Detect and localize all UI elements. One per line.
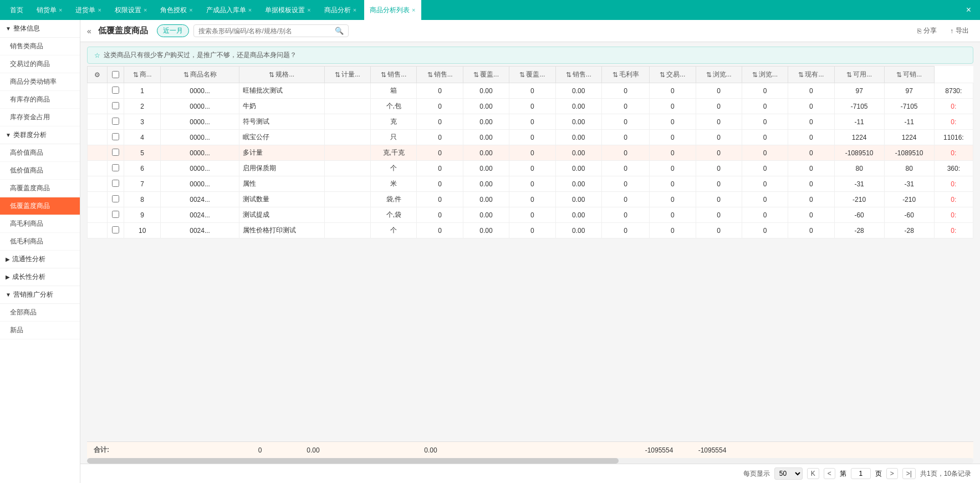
col-gear[interactable]: ⚙ xyxy=(88,67,108,83)
browse1-link-3[interactable]: 0 xyxy=(763,134,767,141)
sort-icon[interactable]: ⇅ xyxy=(183,71,189,79)
sort-icon[interactable]: ⇅ xyxy=(566,71,571,79)
nav-close-permission[interactable]: × xyxy=(144,7,147,13)
sidebar-item-low-coverage[interactable]: 低覆盖度商品 xyxy=(0,197,80,215)
page-size-select[interactable]: 50 20 100 xyxy=(774,467,803,480)
nav-close-finished-goods[interactable]: × xyxy=(248,7,252,13)
sidebar-item-new-goods[interactable]: 新品 xyxy=(0,322,80,339)
sidebar-item-low-margin[interactable]: 低毛利商品 xyxy=(0,233,80,251)
sort-icon[interactable]: ⇅ xyxy=(269,71,274,79)
sidebar-section-group-analysis[interactable]: ▼ 类群度分析 xyxy=(0,126,80,144)
sort-icon[interactable]: ⇅ xyxy=(846,71,852,79)
search-input[interactable] xyxy=(198,27,333,35)
sidebar-item-sales-goods[interactable]: 销售类商品 xyxy=(0,38,80,55)
row-browse1-0[interactable]: 0 xyxy=(742,83,788,99)
table-container[interactable]: ⚙ ⇅商... ⇅商品名称 ⇅规格... xyxy=(87,66,973,441)
nav-close-sales-order[interactable]: × xyxy=(59,7,62,13)
nav-product-analysis[interactable]: 商品分析 × xyxy=(319,0,362,20)
browse1-link-8[interactable]: 0 xyxy=(763,211,767,219)
nav-close-template[interactable]: × xyxy=(307,7,310,13)
row-checkbox-4[interactable] xyxy=(108,145,124,161)
row-select-2[interactable] xyxy=(112,118,119,125)
row-checkbox-9[interactable] xyxy=(108,223,124,238)
row-select-7[interactable] xyxy=(112,195,119,202)
sort-icon[interactable]: ⇅ xyxy=(335,71,340,79)
nav-purchase-order[interactable]: 进货单 × xyxy=(70,0,106,20)
browse1-link-4[interactable]: 0 xyxy=(763,149,767,157)
first-page-button[interactable]: K xyxy=(807,468,819,479)
nav-close-product-analysis-list[interactable]: × xyxy=(412,7,415,13)
nav-sales-order[interactable]: 销货单 × xyxy=(31,0,68,20)
row-browse1-7[interactable]: 0 xyxy=(742,192,788,207)
nav-home[interactable]: 首页 xyxy=(4,0,29,20)
sidebar-section-marketing[interactable]: ▼ 营销推广分析 xyxy=(0,286,80,304)
row-checkbox-0[interactable] xyxy=(108,83,124,99)
sort-icon[interactable]: ⇅ xyxy=(706,71,712,79)
sidebar-item-category-rate[interactable]: 商品分类动销率 xyxy=(0,73,80,91)
row-browse1-9[interactable]: 0 xyxy=(742,223,788,238)
row-checkbox-5[interactable] xyxy=(108,161,124,176)
sort-icon[interactable]: ⇅ xyxy=(612,71,618,79)
sort-icon[interactable]: ⇅ xyxy=(381,71,386,79)
sort-icon[interactable]: ⇅ xyxy=(133,71,139,79)
row-select-4[interactable] xyxy=(112,149,119,156)
select-all-checkbox[interactable] xyxy=(112,71,119,78)
nav-close-purchase-order[interactable]: × xyxy=(98,7,101,13)
next-page-button[interactable]: > xyxy=(886,468,898,479)
sidebar-section-overall[interactable]: ▼ 整体信息 xyxy=(0,20,80,38)
browse1-link-7[interactable]: 0 xyxy=(763,196,767,204)
row-browse1-3[interactable]: 0 xyxy=(742,130,788,145)
sidebar-section-growth[interactable]: ▶ 成长性分析 xyxy=(0,268,80,286)
prev-page-button[interactable]: < xyxy=(824,468,835,479)
browse1-link-9[interactable]: 0 xyxy=(763,227,767,235)
horizontal-scrollbar[interactable] xyxy=(87,458,973,464)
sidebar-section-flow[interactable]: ▶ 流通性分析 xyxy=(0,251,80,268)
filter-period-button[interactable]: 近一月 xyxy=(157,24,189,37)
sidebar-item-low-value[interactable]: 低价值商品 xyxy=(0,162,80,180)
browse1-link-6[interactable]: 0 xyxy=(763,180,767,188)
last-page-button[interactable]: >| xyxy=(902,468,916,479)
nav-template[interactable]: 单据模板设置 × xyxy=(259,0,316,20)
sidebar-item-high-value[interactable]: 高价值商品 xyxy=(0,144,80,162)
sort-icon[interactable]: ⇅ xyxy=(798,71,804,79)
row-browse1-6[interactable]: 0 xyxy=(742,176,788,192)
nav-permission[interactable]: 权限设置 × xyxy=(109,0,152,20)
nav-role-auth[interactable]: 角色授权 × xyxy=(155,0,198,20)
nav-product-analysis-list[interactable]: 商品分析列表 × xyxy=(364,0,421,20)
sort-icon[interactable]: ⇅ xyxy=(473,71,479,79)
sidebar-collapse-button[interactable]: « xyxy=(87,27,91,35)
sidebar-item-all-goods[interactable]: 全部商品 xyxy=(0,304,80,322)
sort-icon[interactable]: ⇅ xyxy=(427,71,433,79)
export-button[interactable]: ↑ 导出 xyxy=(946,24,973,37)
row-browse1-2[interactable]: 0 xyxy=(742,114,788,130)
row-checkbox-8[interactable] xyxy=(108,207,124,223)
sort-icon[interactable]: ⇅ xyxy=(660,71,665,79)
sidebar-item-in-stock[interactable]: 有库存的商品 xyxy=(0,91,80,109)
row-select-0[interactable] xyxy=(112,87,119,94)
share-button[interactable]: ⎘ 分享 xyxy=(913,24,941,37)
row-browse1-1[interactable]: 0 xyxy=(742,99,788,114)
row-browse1-8[interactable]: 0 xyxy=(742,207,788,223)
page-number-input[interactable] xyxy=(851,468,871,479)
row-checkbox-1[interactable] xyxy=(108,99,124,114)
window-close-button[interactable]: × xyxy=(962,5,976,15)
row-select-1[interactable] xyxy=(112,102,119,109)
row-checkbox-6[interactable] xyxy=(108,176,124,192)
nav-close-role-auth[interactable]: × xyxy=(189,7,192,13)
sort-icon[interactable]: ⇅ xyxy=(519,71,525,79)
row-select-9[interactable] xyxy=(112,226,119,233)
row-select-8[interactable] xyxy=(112,211,119,218)
col-checkbox[interactable] xyxy=(108,67,124,83)
row-select-5[interactable] xyxy=(112,164,119,171)
row-checkbox-2[interactable] xyxy=(108,114,124,130)
browse1-link-1[interactable]: 0 xyxy=(763,103,767,110)
row-browse1-5[interactable]: 0 xyxy=(742,161,788,176)
browse1-link-2[interactable]: 0 xyxy=(763,118,767,126)
nav-finished-goods[interactable]: 产成品入库单 × xyxy=(201,0,257,20)
browse1-link-5[interactable]: 0 xyxy=(763,165,767,172)
search-icon[interactable]: 🔍 xyxy=(335,27,344,35)
nav-close-product-analysis[interactable]: × xyxy=(353,7,356,13)
row-select-3[interactable] xyxy=(112,133,119,140)
row-checkbox-3[interactable] xyxy=(108,130,124,145)
gear-icon[interactable]: ⚙ xyxy=(94,71,100,79)
